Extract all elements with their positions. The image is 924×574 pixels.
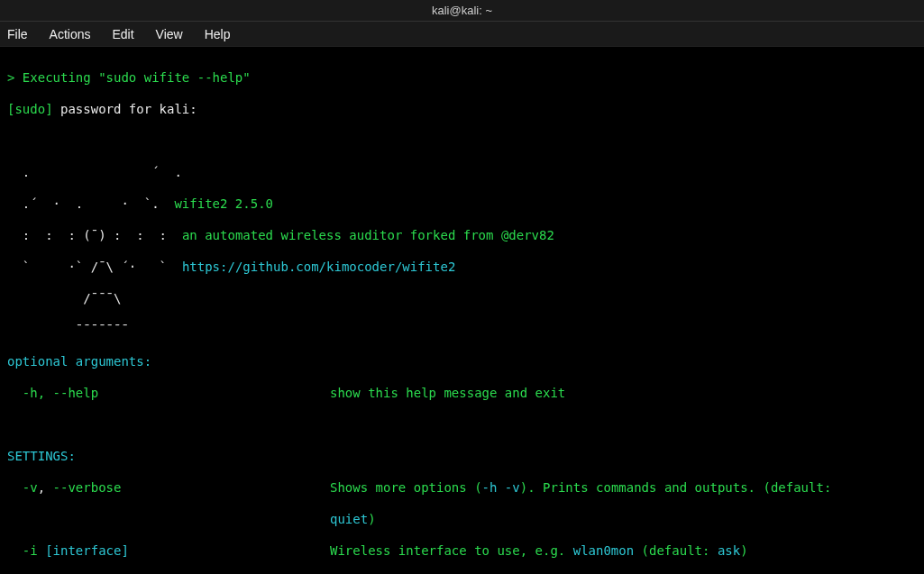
menu-edit[interactable]: Edit bbox=[112, 27, 133, 41]
menu-help[interactable]: Help bbox=[205, 27, 231, 41]
menu-file[interactable]: File bbox=[7, 27, 28, 41]
opt-verbose: -v, --verboseShows more options (-h -v).… bbox=[7, 480, 917, 497]
section-header: optional arguments: bbox=[7, 354, 917, 370]
exec-line: > Executing "sudo wifite --help" bbox=[7, 70, 917, 87]
opt-help: -h, --helpshow this help message and exi… bbox=[7, 386, 917, 402]
opt-desc: show this help message and exit bbox=[330, 386, 565, 400]
menu-actions[interactable]: Actions bbox=[50, 27, 91, 41]
section-header: SETTINGS: bbox=[7, 449, 917, 465]
ascii-line: : : : (¯) : : : an automated wireless au… bbox=[7, 228, 917, 244]
opt-verbose-cont: quiet) bbox=[7, 512, 917, 528]
ascii-line: . ´ . bbox=[7, 165, 917, 181]
ascii-line: ¯¯¯¯¯¯¯ bbox=[7, 323, 917, 339]
menu-bar: File Actions Edit View Help bbox=[0, 22, 924, 47]
sudo-line: [sudo] password for kali: bbox=[7, 102, 917, 118]
window-titlebar: kali@kali: ~ bbox=[0, 0, 924, 22]
menu-view[interactable]: View bbox=[156, 27, 183, 41]
blank bbox=[7, 417, 917, 433]
ascii-line: /¯¯¯\ bbox=[7, 291, 917, 307]
ascii-line: .´ · . · `. wifite2 2.5.0 bbox=[7, 196, 917, 213]
terminal-output[interactable]: > Executing "sudo wifite --help" [sudo] … bbox=[0, 47, 924, 574]
opt-interface: -i [interface]Wireless interface to use,… bbox=[7, 543, 917, 560]
blank bbox=[7, 133, 917, 150]
window-title: kali@kali: ~ bbox=[432, 4, 492, 17]
ascii-line: ` ·` /¯\ ´· ` https://github.com/kimocod… bbox=[7, 260, 917, 276]
